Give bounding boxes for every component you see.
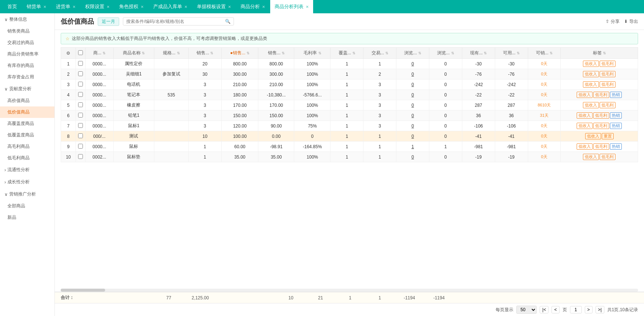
cell-checkbox[interactable] — [76, 90, 85, 100]
cell-checkbox[interactable] — [76, 152, 85, 162]
sort-spec-icon[interactable]: ⇅ — [177, 51, 180, 55]
sort-id-icon[interactable]: ⇅ — [103, 51, 105, 55]
sidebar-group-growth[interactable]: › 成长性分析 — [0, 176, 54, 188]
browse1-link[interactable]: 0 — [412, 154, 414, 160]
select-all-checkbox[interactable] — [78, 50, 83, 55]
nav-permission-close-icon[interactable]: ✕ — [107, 5, 110, 9]
sidebar-item-high-margin[interactable]: 高毛利商品 — [0, 141, 54, 152]
sort-cur-icon[interactable]: ⇅ — [484, 51, 487, 55]
sidebar-item-stock-products[interactable]: 有库存的商品 — [0, 60, 54, 71]
col-margin[interactable]: 毛利率 ⇅ — [294, 48, 331, 59]
nav-home[interactable]: 首页 — [3, 0, 21, 13]
sort-name-icon[interactable]: ⇅ — [142, 51, 145, 55]
col-avail[interactable]: 可用... ⇅ — [495, 48, 528, 59]
col-sellable[interactable]: 可销... ⇅ — [528, 48, 561, 59]
sort-s3-icon[interactable]: ⇅ — [282, 51, 285, 55]
sidebar-group-liquidity[interactable]: › 流通性分析 — [0, 164, 54, 176]
share-button[interactable]: ⇧ 分享 — [606, 18, 620, 25]
browse1-link[interactable]: 0 — [412, 92, 414, 98]
cell-checkbox[interactable] — [76, 59, 85, 69]
browse1-link[interactable]: 0 — [412, 123, 414, 129]
cell-checkbox[interactable] — [76, 111, 85, 121]
sidebar-item-sales-products[interactable]: 销售类商品 — [0, 26, 54, 37]
nav-product-analysis[interactable]: 商品分析 ✕ — [236, 0, 269, 13]
cell-checkbox[interactable] — [76, 121, 85, 131]
col-cover[interactable]: 覆盖... ⇅ — [331, 48, 363, 59]
browse1-link[interactable]: 0 — [412, 134, 414, 139]
sidebar-group-overall[interactable]: ∨ 整体信息 — [0, 13, 54, 26]
sidebar-item-high-coverage[interactable]: 高覆盖度商品 — [0, 118, 54, 129]
browse1-link[interactable]: 0 — [412, 61, 414, 67]
sidebar-item-low-value[interactable]: 低价值商品 — [0, 106, 54, 118]
sidebar-item-traded-products[interactable]: 交易过的商品 — [0, 37, 54, 48]
col-browse2[interactable]: 浏览... ⇅ — [429, 48, 462, 59]
col-current[interactable]: 现有... ⇅ — [462, 48, 495, 59]
nav-role-auth[interactable]: 角色授权 ✕ — [115, 0, 148, 13]
search-icon[interactable]: 🔍 — [225, 19, 231, 24]
nav-purchase-order[interactable]: 进货单 ✕ — [51, 0, 80, 13]
sidebar-item-inventory-capital[interactable]: 库存资金占用 — [0, 71, 54, 83]
cell-checkbox[interactable] — [76, 142, 85, 152]
sort-s2-icon[interactable]: ⇅ — [246, 51, 249, 55]
nav-product-analysis-list[interactable]: 商品分析列表 ✕ — [270, 0, 313, 13]
sidebar-item-category-sales-rate[interactable]: 商品分类销售率 — [0, 48, 54, 60]
browse1-link[interactable]: 0 — [412, 113, 414, 118]
cell-checkbox[interactable] — [76, 100, 85, 111]
search-input[interactable] — [126, 19, 224, 24]
col-trade[interactable]: 交易... ⇅ — [363, 48, 396, 59]
cell-checkbox[interactable] — [76, 131, 85, 142]
col-id[interactable]: 商... ⇅ — [85, 48, 114, 59]
cell-checkbox[interactable] — [76, 79, 85, 90]
filter-recent-month-button[interactable]: 近一月 — [98, 17, 119, 26]
sort-avail-icon[interactable]: ⇅ — [517, 51, 520, 55]
nav-sales-close-icon[interactable]: ✕ — [43, 5, 46, 9]
col-sales2[interactable]: ●销售... ⇅ — [221, 48, 258, 59]
sort-trade-icon[interactable]: ⇅ — [385, 51, 388, 55]
last-page-button[interactable]: >| — [596, 306, 604, 313]
col-checkbox[interactable] — [76, 48, 85, 59]
nav-pa-close-icon[interactable]: ✕ — [262, 5, 265, 9]
browse1-link[interactable]: 0 — [412, 72, 414, 77]
page-size-select[interactable]: 50 100 200 — [516, 306, 537, 314]
nav-purchase-close-icon[interactable]: ✕ — [73, 5, 76, 9]
sidebar-item-low-coverage[interactable]: 低覆盖度商品 — [0, 129, 54, 141]
sidebar-item-high-value[interactable]: 高价值商品 — [0, 95, 54, 106]
nav-sales-order[interactable]: 销货单 ✕ — [22, 0, 51, 13]
nav-template[interactable]: 单据模板设置 ✕ — [192, 0, 235, 13]
col-tags[interactable]: 标签 ⇅ — [561, 48, 638, 59]
sort-tags-icon[interactable]: ⇅ — [603, 51, 606, 55]
nav-template-close-icon[interactable]: ✕ — [228, 5, 231, 9]
sort-b2-icon[interactable]: ⇅ — [451, 51, 454, 55]
nav-product-inbound[interactable]: 产成品入库单 ✕ — [149, 0, 192, 13]
page-number-input[interactable] — [570, 306, 582, 313]
sidebar-group-marketing[interactable]: ∨ 营销推广分析 — [0, 188, 54, 200]
nav-role-close-icon[interactable]: ✕ — [141, 5, 144, 9]
col-spec[interactable]: 规格... ⇅ — [154, 48, 188, 59]
nav-product-close-icon[interactable]: ✕ — [184, 5, 187, 9]
col-setting[interactable]: ⚙ — [61, 48, 76, 59]
sort-sellable-icon[interactable]: ⇅ — [550, 51, 553, 55]
sort-cover-icon[interactable]: ⇅ — [352, 51, 355, 55]
sidebar-item-all-products[interactable]: 全部商品 — [0, 200, 54, 212]
cell-checkbox[interactable] — [76, 69, 85, 79]
col-sales3[interactable]: 销售... ⇅ — [258, 48, 294, 59]
browse1-link[interactable]: 0 — [412, 82, 414, 87]
sort-margin-icon[interactable]: ⇅ — [318, 51, 321, 55]
sidebar-item-low-margin[interactable]: 低毛利商品 — [0, 152, 54, 164]
nav-permission[interactable]: 权限设置 ✕ — [81, 0, 114, 13]
horizontal-scrollbar[interactable] — [61, 289, 638, 292]
nav-pal-close-icon[interactable]: ✕ — [306, 5, 309, 9]
browse1-link[interactable]: 1 — [412, 144, 414, 149]
scrollbar-thumb[interactable] — [61, 289, 105, 292]
export-button[interactable]: ⬇ 导出 — [624, 18, 638, 25]
sort-s1-icon[interactable]: ⇅ — [210, 51, 213, 55]
sidebar-item-new-products[interactable]: 新品 — [0, 212, 54, 223]
next-page-button[interactable]: > — [585, 306, 593, 313]
sidebar-group-contribution[interactable]: ∨ 贡献度分析 — [0, 83, 54, 95]
browse1-link[interactable]: 0 — [412, 103, 414, 108]
col-name[interactable]: 商品名称 ⇅ — [113, 48, 154, 59]
col-browse1[interactable]: 浏览... ⇅ — [396, 48, 429, 59]
first-page-button[interactable]: |< — [540, 306, 549, 313]
prev-page-button[interactable]: < — [551, 306, 559, 313]
sort-b1-icon[interactable]: ⇅ — [418, 51, 421, 55]
